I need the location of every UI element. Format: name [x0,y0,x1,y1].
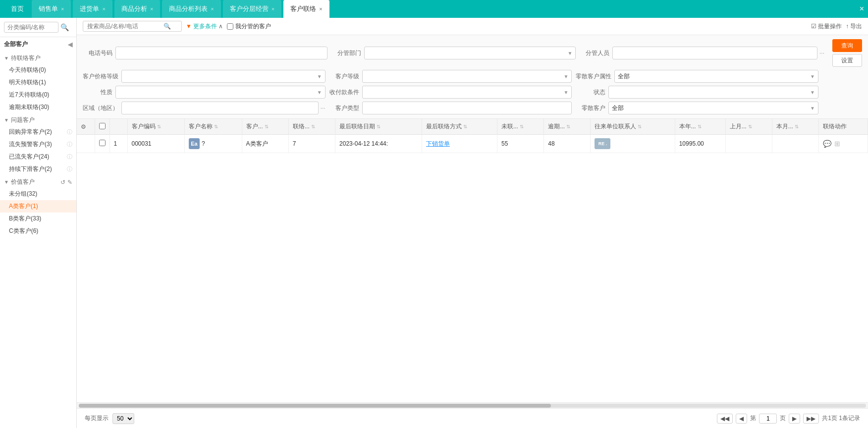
dept-select[interactable]: ▼ [364,47,576,59]
sort-this-year-icon[interactable]: ⇅ [698,124,702,129]
close-all-icon[interactable]: × [860,4,864,13]
sidebar-item-a-class[interactable]: A类客户(1) [0,200,76,213]
sort-uncontacted-icon[interactable]: ⇅ [520,124,524,129]
first-page-button[interactable]: ◀◀ [717,414,733,424]
my-customers-checkbox[interactable]: 我分管的客户 [227,22,271,31]
export-button[interactable]: ↑ 导出 [846,22,862,31]
filter-nature: 性质 ▼ [83,86,326,99]
payment-select[interactable]: ▼ [362,86,572,99]
retail-customer-select[interactable]: 全部 ▼ [608,102,818,114]
qr-icon[interactable]: ⊞ [834,140,840,148]
phone-input[interactable] [115,47,327,59]
sort-last-month-icon[interactable]: ⇅ [748,124,752,129]
filter-search-input[interactable] [87,23,162,30]
sort-last-method-icon[interactable]: ⇅ [463,124,467,129]
sort-contact-icon[interactable]: ⇅ [311,124,315,129]
filter-person: 分管人员 ··· [580,47,824,59]
td-actions: 💬 ⊞ [819,135,868,153]
my-customers-check[interactable] [227,23,233,30]
sort-last-date-icon[interactable]: ⇅ [377,124,380,129]
scrollbar-thumb[interactable] [79,404,551,408]
batch-op-button[interactable]: ☑ 批量操作 [811,22,842,31]
sidebar-collapse-icon[interactable]: ◀ [68,41,72,48]
tab-purchase[interactable]: 进货单 × [73,0,112,18]
sidebar-all-customers[interactable]: 全部客户 ◀ [0,37,76,52]
nature-select[interactable]: ▼ [115,86,326,99]
sidebar-item-b-class[interactable]: B类客户(33) [0,213,76,225]
price-level-select[interactable]: ▼ [121,70,326,83]
sort-type-icon[interactable]: ⇅ [265,124,269,129]
retail-customer-label: 零散客户 [576,104,605,112]
query-button[interactable]: 查询 [832,39,862,52]
content-area: 🔍 ▼ 更多条件 ∧ 我分管的客户 ☑ 批量操作 ↑ 导出 [77,18,868,428]
page-input[interactable] [759,414,777,424]
per-page-select[interactable]: 50 [112,413,134,424]
settings-button[interactable]: 设置 [832,54,862,67]
sidebar-item-overdue-contact[interactable]: 逾期未联络(30) [0,101,76,113]
td-last-date: 2023-04-12 14:44: [335,135,422,153]
customer-level-select[interactable]: ▼ [362,70,572,83]
section-value-customer[interactable]: ▼ 价值客户 ↺ ✎ [0,175,76,188]
th-last-method: 最后联络方式⇅ [422,119,497,135]
sidebar-item-c-class[interactable]: C类客户(6) [0,225,76,237]
section-problem-customer[interactable]: ▼ 问题客户 [0,113,76,126]
edit-icon[interactable]: ✎ [67,179,72,186]
region-dots[interactable]: ··· [321,105,326,111]
last-page-button[interactable]: ▶▶ [803,414,819,424]
value-customer-arrow: ▼ [4,179,9,185]
close-customer-tier-tab[interactable]: × [271,6,274,12]
region-select[interactable] [121,102,319,114]
sidebar-item-churned[interactable]: 已流失客户(24) ⓘ [0,151,76,163]
sidebar-item-repurchase-abnormal[interactable]: 回购异常客户(2) ⓘ [0,126,76,138]
more-filters-button[interactable]: ▼ 更多条件 ∧ [186,22,223,31]
sidebar-item-churn-warning[interactable]: 流失预警客户(3) ⓘ [0,138,76,151]
customer-type-input[interactable] [362,102,572,114]
tab-customer-contact[interactable]: 客户联络 × [283,0,329,18]
person-input[interactable] [612,47,817,59]
close-customer-contact-tab[interactable]: × [319,6,322,12]
refresh-icon[interactable]: ↺ [60,179,65,186]
next-page-button[interactable]: ▶ [789,414,800,424]
close-purchase-tab[interactable]: × [102,6,105,12]
tab-home[interactable]: 首页 [4,0,31,18]
sort-prev-contact-icon[interactable]: ⇅ [638,124,642,129]
sort-this-month-icon[interactable]: ⇅ [795,124,799,129]
section-pending-contact[interactable]: ▼ 待联络客户 [0,52,76,64]
tab-analysis[interactable]: 商品分析 × [114,0,160,18]
payment-label: 收付款条件 [329,88,359,97]
close-analysis-tab[interactable]: × [150,6,153,12]
horizontal-scrollbar[interactable] [77,402,868,408]
filter-search-icon[interactable]: 🔍 [163,23,171,30]
tab-customer-tier[interactable]: 客户分层经营 × [223,0,281,18]
td-seq: 1 [109,135,127,153]
select-all-checkbox[interactable] [99,123,106,129]
sidebar-search-icon[interactable]: 🔍 [60,23,69,31]
sidebar-item-7day-contact[interactable]: 近7天待联络(0) [0,89,76,101]
row-checkbox[interactable] [99,140,106,146]
sidebar-item-today-contact[interactable]: 今天待联络(0) [0,64,76,76]
close-analysis-list-tab[interactable]: × [211,6,214,12]
person-dots[interactable]: ··· [819,50,824,56]
sort-overdue-icon[interactable]: ⇅ [566,124,570,129]
retail-attr-select[interactable]: 全部 ▼ [614,70,818,83]
sidebar-search-input[interactable] [4,22,58,33]
sort-code-icon[interactable]: ⇅ [157,124,161,129]
last-method-link[interactable]: 下销货单 [426,140,450,147]
phone-label: 电话号码 [83,49,112,57]
sidebar-item-declining[interactable]: 持续下滑客户(2) ⓘ [0,163,76,175]
status-select[interactable]: ▼ [608,86,818,99]
gear-settings-icon[interactable]: ⚙ [81,123,86,130]
td-last-method: 下销货单 [422,135,497,153]
tab-sales[interactable]: 销售单 × [32,0,71,18]
prev-page-button[interactable]: ◀ [736,414,747,424]
close-sales-tab[interactable]: × [61,6,64,12]
sidebar-item-tomorrow-contact[interactable]: 明天待联络(1) [0,76,76,89]
export-icon: ↑ [846,23,849,30]
sidebar-item-ungrouped[interactable]: 未分组(32) [0,188,76,200]
chat-icon[interactable]: 💬 [823,140,831,148]
sort-name-icon[interactable]: ⇅ [214,124,218,129]
tab-analysis-list[interactable]: 商品分析列表 × [162,0,220,18]
filter-retail-customer: 零散客户 全部 ▼ [576,102,818,114]
customer-type-label: 客户类型 [329,104,359,112]
filter-payment: 收付款条件 ▼ [329,86,572,99]
